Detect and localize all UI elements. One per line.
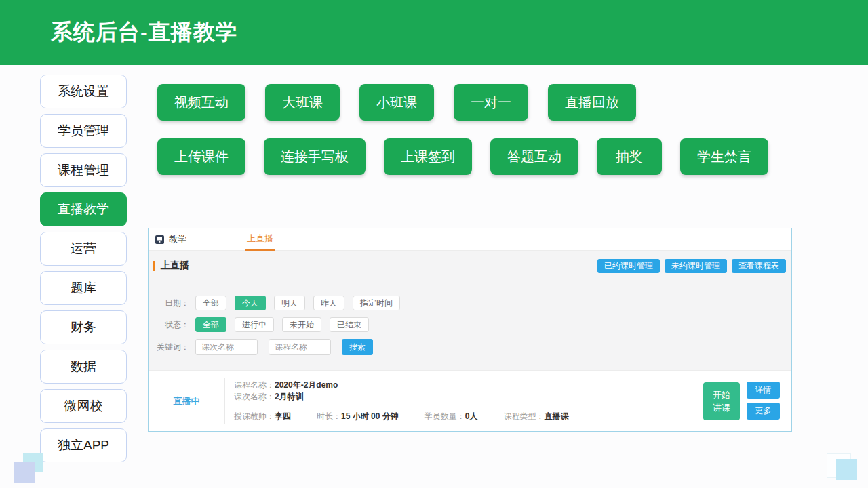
search-button[interactable]: 搜索 xyxy=(342,339,373,355)
course-status-badge: 直播中 xyxy=(149,395,224,407)
status-filter-chip[interactable]: 进行中 xyxy=(235,317,274,332)
feature-buttons-row-2: 上传课件 连接手写板 上课签到 答题互动 抽奖 学生禁言 xyxy=(157,138,768,175)
section-action-button[interactable]: 未约课时管理 xyxy=(665,259,727,273)
feature-button[interactable]: 直播回放 xyxy=(548,84,636,121)
decorative-square-bottom-left-front xyxy=(14,462,35,483)
row-divider xyxy=(224,378,225,424)
live-class-panel: 教学 上直播 上直播 已约课时管理 未约课时管理 查看课程表 日期： 全部 今天 xyxy=(148,228,792,432)
tab-live-broadcast[interactable]: 上直播 xyxy=(245,228,275,251)
filter-label-keyword: 关键词： xyxy=(157,342,189,353)
decorative-square-bottom-right-front xyxy=(836,459,857,480)
course-field: 课程名称： 2020年-2月demo xyxy=(234,380,703,391)
course-field: 课次名称： 2月特训 xyxy=(234,391,703,403)
sidebar-nav: 系统设置 学员管理 课程管理 直播教学 运营 题库 财务 数据 微网校 独立AP… xyxy=(40,75,127,468)
feature-button[interactable]: 大班课 xyxy=(265,84,340,121)
feature-button[interactable]: 一对一 xyxy=(454,84,528,121)
date-filter-chip[interactable]: 昨天 xyxy=(313,296,344,310)
feature-button[interactable]: 小班课 xyxy=(359,84,434,121)
sidebar-item[interactable]: 题库 xyxy=(40,271,127,305)
sidebar-item[interactable]: 课程管理 xyxy=(40,153,127,187)
field-label: 课次名称： xyxy=(234,391,275,403)
field-value: 2月特训 xyxy=(275,391,304,403)
teaching-board-icon xyxy=(155,235,164,244)
feature-button[interactable]: 学生禁言 xyxy=(680,138,768,175)
section-action-button[interactable]: 查看课程表 xyxy=(732,259,786,273)
date-chip-group: 全部 今天 明天 昨天 指定时间 xyxy=(195,296,400,310)
course-details: 课程名称： 2020年-2月demo 课次名称： 2月特训 授课教师：李四时长：… xyxy=(234,380,703,422)
filter-area: 日期： 全部 今天 明天 昨天 指定时间 状态： 全部 xyxy=(149,281,791,370)
start-button-line2: 讲课 xyxy=(713,401,730,414)
course-meta-item: 时长：15 小时 00 分钟 xyxy=(317,411,399,422)
course-actions: 开始 讲课 详情 更多 xyxy=(703,371,786,431)
sidebar-item[interactable]: 直播教学 xyxy=(40,192,127,226)
field-label: 课程名称： xyxy=(234,380,275,391)
panel-section-header: 上直播 已约课时管理 未约课时管理 查看课程表 xyxy=(149,251,791,281)
section-action-button[interactable]: 已约课时管理 xyxy=(597,259,660,273)
course-meta-item: 学员数量：0人 xyxy=(425,411,478,422)
filter-label-date: 日期： xyxy=(157,298,189,309)
feature-button[interactable]: 上传课件 xyxy=(157,138,245,175)
feature-buttons-row-1: 视频互动 大班课 小班课 一对一 直播回放 xyxy=(157,84,636,121)
feature-button[interactable]: 视频互动 xyxy=(157,84,245,121)
status-chip-group: 全部 进行中 未开始 已结束 xyxy=(195,317,369,332)
sidebar-item[interactable]: 运营 xyxy=(40,232,127,266)
feature-button[interactable]: 连接手写板 xyxy=(264,138,366,175)
field-value: 2020年-2月demo xyxy=(275,380,338,391)
lesson-name-input[interactable] xyxy=(195,339,258,355)
filter-row-keyword: 关键词： 搜索 xyxy=(157,339,791,355)
status-filter-chip[interactable]: 已结束 xyxy=(330,317,369,332)
start-teaching-button[interactable]: 开始 讲课 xyxy=(703,382,740,420)
feature-button[interactable]: 答题互动 xyxy=(490,138,578,175)
sidebar-item[interactable]: 微网校 xyxy=(40,389,127,423)
detail-button[interactable]: 详情 xyxy=(747,382,780,399)
section-accent-bar xyxy=(153,261,155,271)
section-title: 上直播 xyxy=(161,260,189,272)
sidebar-item[interactable]: 学员管理 xyxy=(40,114,127,148)
course-meta-row: 授课教师：李四时长：15 小时 00 分钟学员数量：0人课程类型：直播课 xyxy=(234,411,703,422)
course-row: 直播中 课程名称： 2020年-2月demo 课次名称： 2月特训 授课教师：李… xyxy=(149,370,791,431)
date-filter-chip[interactable]: 指定时间 xyxy=(353,296,400,310)
start-button-line1: 开始 xyxy=(713,388,730,401)
panel-app-label: 教学 xyxy=(169,233,186,245)
date-filter-chip[interactable]: 全部 xyxy=(195,296,226,310)
filter-row-status: 状态： 全部 进行中 未开始 已结束 xyxy=(157,317,791,332)
date-filter-chip[interactable]: 今天 xyxy=(235,296,266,310)
feature-button[interactable]: 上课签到 xyxy=(384,138,472,175)
course-meta-item: 授课教师：李四 xyxy=(234,411,291,422)
status-filter-chip[interactable]: 全部 xyxy=(195,317,226,332)
course-name-input[interactable] xyxy=(269,339,331,355)
course-field-row: 课程名称： 2020年-2月demo 课次名称： 2月特训 xyxy=(234,380,703,403)
sidebar-item[interactable]: 财务 xyxy=(40,310,127,344)
section-action-buttons: 已约课时管理 未约课时管理 查看课程表 xyxy=(597,259,786,273)
more-button[interactable]: 更多 xyxy=(747,403,780,420)
course-meta-item: 课程类型：直播课 xyxy=(503,411,568,422)
sidebar-item[interactable]: 系统设置 xyxy=(40,75,127,108)
page-title: 系统后台-直播教学 xyxy=(51,18,238,47)
status-filter-chip[interactable]: 未开始 xyxy=(282,317,321,332)
sidebar-item[interactable]: 数据 xyxy=(40,350,127,384)
date-filter-chip[interactable]: 明天 xyxy=(274,296,305,310)
sidebar-item[interactable]: 独立APP xyxy=(40,428,127,462)
page-header: 系统后台-直播教学 xyxy=(0,0,868,65)
feature-button[interactable]: 抽奖 xyxy=(597,138,662,175)
filter-row-date: 日期： 全部 今天 明天 昨天 指定时间 xyxy=(157,296,791,310)
filter-label-status: 状态： xyxy=(157,319,189,331)
panel-topbar: 教学 上直播 xyxy=(149,228,791,251)
